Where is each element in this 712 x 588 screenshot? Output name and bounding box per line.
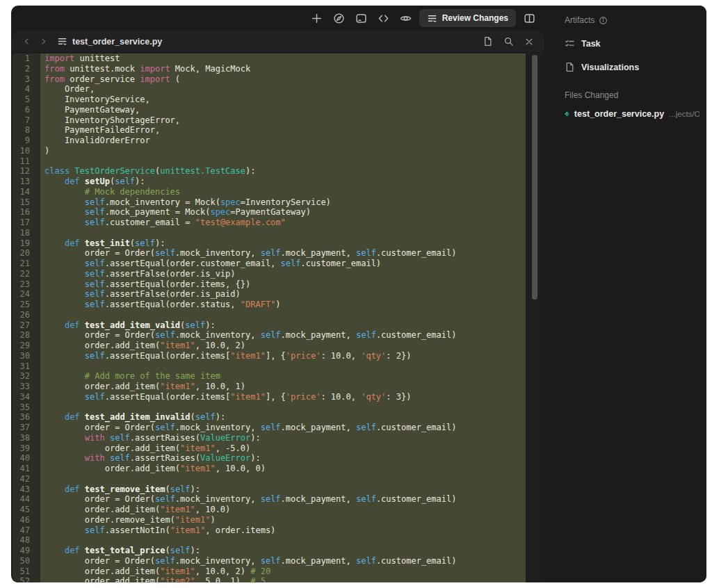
code-line: 13 def setUp(self): — [13, 177, 526, 187]
code-line: 17 self.customer_email = "test@example.c… — [13, 218, 526, 228]
code-line: 12class TestOrderService(unittest.TestCa… — [13, 166, 526, 177]
line-content — [40, 535, 526, 546]
line-number: 50 — [13, 556, 40, 566]
terminal-icon — [355, 13, 367, 24]
line-content — [40, 228, 526, 238]
code-line: 34 self.assertEqual(order.items["item1"]… — [13, 392, 526, 402]
line-number: 42 — [13, 474, 40, 484]
plus-icon — [311, 13, 323, 24]
code-line: 6 PaymentGateway, — [13, 105, 526, 115]
code-line: 36 def test_add_item_invalid(self): — [13, 412, 526, 423]
preview-button[interactable] — [397, 9, 415, 27]
line-number: 29 — [13, 341, 40, 351]
tab-filename: test_order_service.py — [72, 37, 162, 47]
terminal-button[interactable] — [353, 9, 371, 27]
changed-file-row[interactable]: test_order_service.py ...jects/OrderApp/ — [565, 109, 699, 119]
code-icon — [378, 13, 389, 24]
line-content: self.assertNotIn("item1", order.items) — [40, 525, 526, 536]
code-line: 52 order.add_item("item2", 5.0, 1) # 5 — [13, 576, 526, 582]
line-number: 1 — [13, 54, 40, 64]
close-button[interactable] — [523, 35, 535, 48]
line-content: InventoryService, — [40, 95, 526, 105]
code-line: 4 Order, — [13, 84, 526, 95]
line-number: 25 — [13, 300, 40, 310]
code-line: 20 order = Order(self.mock_inventory, se… — [13, 248, 526, 259]
line-number: 7 — [13, 115, 40, 126]
code-line: 21 self.assertEqual(order.customer_email… — [13, 259, 526, 269]
code-line: 47 self.assertNotIn("item1", order.items… — [13, 525, 526, 536]
code-line: 45 order.add_item("item1", 10.0) — [13, 505, 526, 515]
line-number: 40 — [13, 453, 40, 464]
sidebar-item-task[interactable]: Task — [565, 38, 699, 49]
line-content: PaymentFailedError, — [40, 125, 526, 136]
line-number: 5 — [13, 95, 40, 105]
line-number: 49 — [13, 546, 40, 556]
code-line: 29 order.add_item("item1", 10.0, 2) — [13, 341, 526, 351]
code-line: 30 self.assertEqual(order.items["item1"]… — [13, 351, 526, 361]
line-number: 35 — [13, 402, 40, 413]
code-line: 40 with self.assertRaises(ValueError): — [13, 453, 526, 464]
code-editor[interactable]: 1import unittest2from unittest.mock impo… — [13, 54, 526, 582]
task-checklist-icon — [565, 38, 575, 49]
new-file-icon — [483, 36, 493, 47]
code-line: 18 — [13, 228, 526, 238]
code-line: 10) — [13, 146, 526, 156]
new-file-button[interactable] — [481, 35, 494, 48]
line-number: 23 — [13, 279, 40, 290]
line-number: 4 — [13, 84, 40, 95]
files-changed-header: Files Changed — [565, 90, 699, 100]
forward-button[interactable] — [38, 36, 49, 47]
line-content: self.assertEqual(order.items, {}) — [40, 279, 526, 290]
line-number: 27 — [13, 320, 40, 331]
python-file-icon — [565, 109, 569, 119]
code-line: 14 # Mock dependencies — [13, 187, 526, 197]
review-changes-button[interactable]: Review Changes — [419, 9, 516, 27]
scrollbar-thumb[interactable] — [532, 55, 537, 300]
code-line: 39 order.add_item("item1", -5.0) — [13, 443, 526, 454]
line-number: 41 — [13, 464, 40, 474]
line-content: self.assertEqual(order.status, "DRAFT") — [40, 300, 526, 310]
line-content: with self.assertRaises(ValueError): — [40, 453, 526, 464]
line-number: 11 — [13, 156, 40, 167]
code-line: 5 InventoryService, — [13, 95, 526, 105]
code-line: 42 — [13, 474, 526, 484]
code-view-button[interactable] — [375, 9, 393, 27]
changes-list-icon — [427, 13, 437, 24]
code-line: 32 # Add more of the same item — [13, 371, 526, 382]
sidebar-item-visualizations[interactable]: Visualizations — [565, 62, 699, 72]
editor-panel: test_order_service.py 1import unittest2f… — [13, 31, 544, 582]
code-line: 16 self.mock_payment = Mock(spec=Payment… — [13, 207, 526, 218]
line-content: def test_remove_item(self): — [40, 484, 526, 495]
split-panel-button[interactable] — [520, 9, 538, 27]
line-content: order.remove_item("item1") — [40, 515, 526, 525]
line-content: class TestOrderService(unittest.TestCase… — [40, 166, 526, 177]
changes-list-icon — [57, 36, 67, 47]
line-content: from order_service import ( — [40, 74, 526, 85]
plus-button[interactable] — [308, 9, 326, 27]
close-icon — [524, 37, 534, 47]
line-content: self.mock_payment = Mock(spec=PaymentGat… — [40, 207, 526, 218]
line-number: 39 — [13, 443, 40, 454]
line-content: order = Order(self.mock_inventory, self.… — [40, 330, 526, 341]
line-content: PaymentGateway, — [40, 105, 526, 115]
active-file-tab[interactable]: test_order_service.py — [57, 36, 162, 47]
search-button[interactable] — [502, 35, 515, 48]
line-content: order.add_item("item1", 10.0, 0) — [40, 464, 526, 474]
code-line: 35 — [13, 402, 526, 413]
back-button[interactable] — [21, 36, 32, 47]
code-line: 28 order = Order(self.mock_inventory, se… — [13, 330, 526, 341]
line-number: 44 — [13, 494, 40, 505]
info-icon[interactable] — [599, 16, 608, 25]
line-content: import unittest — [40, 54, 526, 64]
artifacts-sidebar: Artifacts Task Visualizations Files Chan… — [549, 6, 706, 582]
line-number: 30 — [13, 351, 40, 361]
line-content: with self.assertRaises(ValueError): — [40, 433, 526, 443]
browser-button[interactable] — [330, 9, 348, 27]
line-number: 48 — [13, 535, 40, 546]
line-number: 34 — [13, 392, 40, 402]
line-number: 45 — [13, 505, 40, 515]
line-number: 14 — [13, 187, 40, 197]
line-content: order = Order(self.mock_inventory, self.… — [40, 494, 526, 505]
line-content: order.add_item("item1", -5.0) — [40, 443, 526, 454]
vertical-scrollbar[interactable] — [526, 54, 544, 582]
